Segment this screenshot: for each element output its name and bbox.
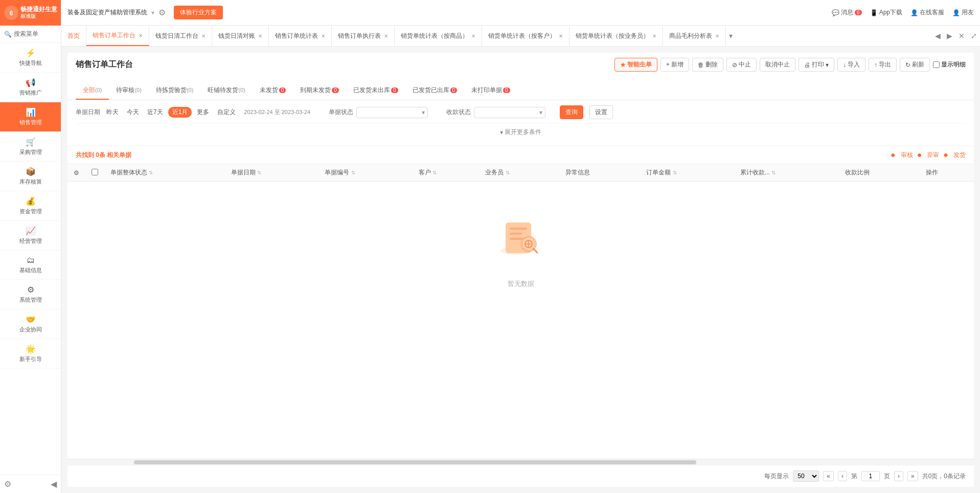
ship-link[interactable]: 发货 <box>953 151 966 160</box>
first-page-btn[interactable]: « <box>823 471 834 481</box>
sidebar-nav-item-purchase[interactable]: 🛒 采购管理 <box>0 132 61 162</box>
tab-product-margin-close[interactable]: ✕ <box>715 33 719 39</box>
add-button[interactable]: + 新增 <box>660 58 689 72</box>
sidebar-nav-item-sales[interactable]: 📊 销售管理 <box>0 102 61 132</box>
col-date-header: 单据日期 ⇅ <box>225 164 318 182</box>
last-page-btn[interactable]: » <box>907 471 918 481</box>
sidebar-nav-item-system[interactable]: ⚙ 系统管理 <box>0 280 61 309</box>
sub-tab-pending-review[interactable]: 待审核(0) <box>109 82 148 100</box>
sub-tab-pending-inspect[interactable]: 待拣货验货(0) <box>149 82 200 100</box>
col-checkbox-header[interactable] <box>85 164 104 182</box>
tab-action-next[interactable]: ▶ <box>944 26 955 46</box>
stop-button[interactable]: ⊘ 中止 <box>726 58 757 72</box>
sub-tab-not-shipped[interactable]: 未发货0 <box>253 82 293 100</box>
date-option-custom[interactable]: 自定义 <box>214 107 239 118</box>
sub-tab-not-printed[interactable]: 未打印单据0 <box>464 82 517 100</box>
expand-more-btn[interactable]: ▾ 展开更多条件 <box>496 126 545 139</box>
app-download-item[interactable]: 📱 App下载 <box>870 8 902 17</box>
tab-sales-exec-close[interactable]: ✕ <box>384 33 388 39</box>
cancel-stop-button[interactable]: 取消中止 <box>760 58 795 72</box>
tab-sales-order[interactable]: 销售订单工作台 ✕ <box>86 26 149 46</box>
next-page-btn[interactable]: › <box>894 471 903 481</box>
collapse-icon[interactable]: ◀ <box>51 479 57 489</box>
tab-overflow-btn[interactable]: ▾ <box>726 32 736 40</box>
tab-sales-stat-staff-close[interactable]: ✕ <box>652 33 656 39</box>
page-input[interactable] <box>861 471 880 481</box>
tab-sales-stat-staff[interactable]: 销货单统计表（按业务员） ✕ <box>569 26 663 46</box>
sidebar-nav-item-guide[interactable]: 🌟 新手引导 <box>0 339 61 369</box>
sidebar-nav-item-cooperation[interactable]: 🤝 企业协同 <box>0 309 61 339</box>
col-amount-sort[interactable]: ⇅ <box>673 170 677 175</box>
sidebar-nav-item-inventory[interactable]: 📦 库存核算 <box>0 162 61 191</box>
tab-sales-stat-customer-close[interactable]: ✕ <box>559 33 563 39</box>
sub-tab-overdue[interactable]: 到期未发货0 <box>293 82 346 100</box>
col-date-sort[interactable]: ⇅ <box>257 170 261 175</box>
show-detail-input[interactable] <box>933 61 940 68</box>
tab-cash-reconcile-close[interactable]: ✕ <box>258 33 262 39</box>
col-number-sort[interactable]: ⇅ <box>351 170 355 175</box>
date-option-today[interactable]: 今天 <box>124 107 142 118</box>
col-staff-sort[interactable]: ⇅ <box>506 170 510 175</box>
sidebar-nav-item-operation[interactable]: 📈 经营管理 <box>0 221 61 251</box>
tab-sales-stat-product-close[interactable]: ✕ <box>471 33 475 39</box>
experience-button[interactable]: 体验行业方案 <box>174 6 223 19</box>
filter-settings-button[interactable]: 设置 <box>589 105 613 119</box>
sidebar-nav-item-quick[interactable]: ⚡ 快捷导航 <box>0 43 61 73</box>
sidebar-nav-item-finance[interactable]: 💰 资金管理 <box>0 191 61 221</box>
sub-tab-all[interactable]: 全部(0) <box>76 82 109 100</box>
date-option-more[interactable]: 更多 <box>194 107 212 118</box>
prev-page-btn[interactable]: ‹ <box>838 471 847 481</box>
select-all-checkbox[interactable] <box>92 169 98 175</box>
empty-icon <box>495 212 546 273</box>
date-option-7days[interactable]: 近7天 <box>144 107 166 118</box>
tab-sales-stat[interactable]: 销售订单统计表 ✕ <box>269 26 332 46</box>
tab-cash-daily[interactable]: 钱货日清工作台 ✕ <box>149 26 212 46</box>
query-button[interactable]: 查询 <box>560 105 583 119</box>
dropdown-icon[interactable]: ▾ <box>151 9 154 16</box>
date-option-yesterday[interactable]: 昨天 <box>103 107 122 118</box>
sub-tab-shipped-out[interactable]: 已发货已出库0 <box>405 82 465 100</box>
tab-action-prev[interactable]: ◀ <box>932 26 944 46</box>
scroll-thumb[interactable] <box>134 460 696 464</box>
settings-gear-icon[interactable]: ⚙ <box>4 479 11 489</box>
tab-sales-stat-product[interactable]: 销货单统计表（按商品） ✕ <box>395 26 482 46</box>
tab-cash-daily-close[interactable]: ✕ <box>201 33 206 39</box>
tab-sales-order-close[interactable]: ✕ <box>139 33 143 38</box>
horizontal-scrollbar[interactable] <box>67 459 974 465</box>
sub-tab-wangpu[interactable]: 旺铺待发货(0) <box>200 82 252 100</box>
status-select[interactable] <box>356 107 428 118</box>
tab-close-all[interactable]: ✕ <box>955 26 968 46</box>
col-number-header: 单据编号 ⇅ <box>318 164 412 182</box>
col-settings-header[interactable]: ⚙ <box>67 164 85 182</box>
import-button[interactable]: ↓ 导入 <box>837 58 865 72</box>
settings-icon[interactable]: ⚙ <box>158 8 166 17</box>
tab-sales-exec[interactable]: 销售订单执行表 ✕ <box>332 26 395 46</box>
sidebar-nav-item-marketing[interactable]: 📢 营销推广 <box>0 73 61 102</box>
sidebar-nav-item-basic[interactable]: 🗂 基础信息 <box>0 251 61 280</box>
user-item[interactable]: 👤 用友 <box>952 8 974 17</box>
tab-product-margin[interactable]: 商品毛利分析表 ✕ <box>663 26 726 46</box>
col-customer-sort[interactable]: ⇅ <box>432 170 437 175</box>
page-size-select[interactable]: 50 10 20 100 <box>793 470 819 482</box>
review-link[interactable]: 审核 <box>901 151 913 160</box>
tab-expand[interactable]: ⤢ <box>968 26 980 46</box>
export-button[interactable]: ↑ 导出 <box>869 58 897 72</box>
smart-create-button[interactable]: ★ 智能生单 <box>614 58 657 72</box>
date-option-1month[interactable]: 近1月 <box>168 107 192 118</box>
tab-cash-reconcile[interactable]: 钱货日清对账 ✕ <box>212 26 269 46</box>
message-item[interactable]: 💬 消息 6 <box>832 8 862 17</box>
show-detail-checkbox[interactable]: 显示明细 <box>933 60 966 69</box>
col-status-sort[interactable]: ⇅ <box>149 170 153 175</box>
unreviewed-link[interactable]: 弃审 <box>927 151 939 160</box>
online-service-item[interactable]: 👤 在线客服 <box>910 8 944 17</box>
tab-home[interactable]: 首页 <box>61 26 86 46</box>
refresh-button[interactable]: ↻ 刷新 <box>900 58 930 72</box>
payment-select[interactable] <box>474 107 545 118</box>
search-menu[interactable]: 🔍 搜索菜单 <box>0 26 61 43</box>
print-button[interactable]: 🖨 打印 ▾ <box>799 58 834 72</box>
sub-tab-shipped-not-out[interactable]: 已发货未出库0 <box>346 82 405 100</box>
delete-button[interactable]: 🗑 删除 <box>692 58 723 72</box>
tab-sales-stat-customer[interactable]: 销货单统计表（按客户） ✕ <box>482 26 569 46</box>
col-collected-sort[interactable]: ⇅ <box>771 170 776 175</box>
tab-sales-stat-close[interactable]: ✕ <box>321 33 325 39</box>
